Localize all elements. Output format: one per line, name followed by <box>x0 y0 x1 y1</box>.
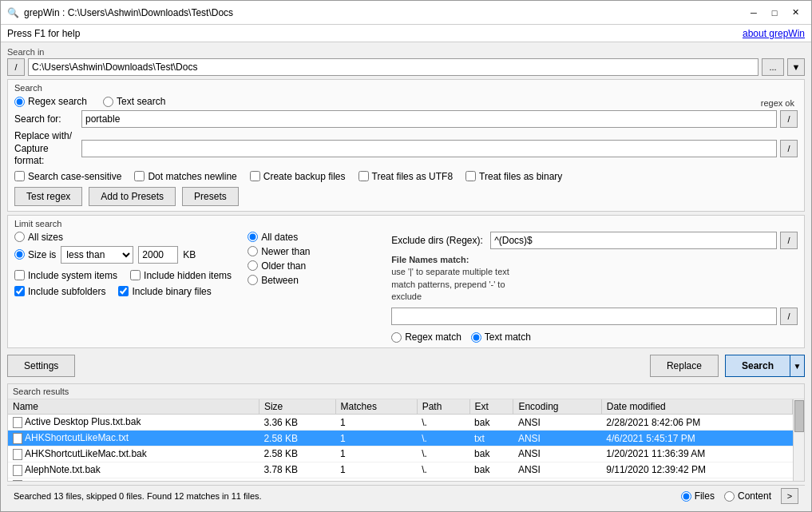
include-binary-label[interactable]: Include binary files <box>118 286 211 297</box>
search-slash-btn[interactable]: / <box>780 110 798 128</box>
search-for-label: Search for: <box>14 113 78 125</box>
col-encoding[interactable]: Encoding <box>513 399 601 415</box>
utf8-label[interactable]: Treat files as UTF8 <box>358 171 454 182</box>
bottom-buttons: Settings Replace Search ▼ <box>7 351 805 380</box>
all-dates-radio[interactable] <box>248 232 258 242</box>
size-is-label[interactable]: Size is <box>14 249 56 260</box>
table-row[interactable]: AHKShortcutLikeMac.txt 2.58 KB 1 \. txt … <box>8 431 793 447</box>
cell-date: 9/11/2020 12:39:42 PM <box>601 462 792 478</box>
dot-newline-checkbox[interactable] <box>134 171 145 181</box>
about-link[interactable]: about grepWin <box>743 28 805 39</box>
cell-ext: bak <box>469 462 513 478</box>
table-scroll[interactable]: Name Size Matches Path Ext Encoding Date… <box>8 399 793 481</box>
slash-button[interactable]: / <box>7 58 25 76</box>
cell-name: Active Desktop Plus.txt <box>8 478 259 481</box>
older-than-label[interactable]: Older than <box>248 260 375 272</box>
all-dates-label[interactable]: All dates <box>248 232 375 243</box>
utf8-checkbox[interactable] <box>358 171 369 181</box>
replace-button[interactable]: Replace <box>650 355 719 377</box>
backup-files-checkbox[interactable] <box>250 171 260 181</box>
include-hidden-checkbox[interactable] <box>130 270 141 280</box>
search-for-input[interactable] <box>81 110 777 128</box>
text-match-radio[interactable] <box>471 332 481 343</box>
regex-radio[interactable] <box>14 97 25 107</box>
file-names-slash-btn[interactable]: / <box>780 308 798 325</box>
size-select[interactable]: less than greater than equal to <box>61 246 133 264</box>
regex-radio-label[interactable]: Regex search <box>14 96 87 107</box>
scrollbar-thumb[interactable] <box>794 400 804 432</box>
newer-than-radio[interactable] <box>248 246 258 256</box>
limit-title: Limit search <box>14 219 798 228</box>
results-title: Search results <box>8 384 804 399</box>
col-date[interactable]: Date modified <box>601 399 792 415</box>
text-radio[interactable] <box>103 97 113 107</box>
search-section-title: Search <box>14 83 798 93</box>
newer-than-label[interactable]: Newer than <box>248 246 375 257</box>
between-radio[interactable] <box>248 275 258 285</box>
table-row[interactable]: AHKShortcutLikeMac.txt.bak 2.58 KB 1 \. … <box>8 447 793 462</box>
case-sensitive-label[interactable]: Search case-sensitive <box>14 171 121 182</box>
file-icon <box>13 480 22 481</box>
regex-match-radio[interactable] <box>391 332 402 343</box>
include-hidden-label[interactable]: Include hidden items <box>130 270 232 281</box>
replace-slash-btn[interactable]: / <box>780 140 798 157</box>
maximize-button[interactable]: □ <box>765 5 784 21</box>
col-size[interactable]: Size <box>259 399 335 415</box>
backup-files-label[interactable]: Create backup files <box>250 171 346 182</box>
help-text: Press F1 for help <box>7 28 80 39</box>
exclude-dirs-input[interactable] <box>490 232 777 249</box>
close-button[interactable]: ✕ <box>786 5 805 21</box>
table-row[interactable]: AlephNote.txt.bak 3.78 KB 1 \. bak ANSI … <box>8 462 793 478</box>
table-row[interactable]: Active Desktop Plus.txt 3.38 KB 1 \. txt… <box>8 478 793 481</box>
include-system-checkbox[interactable] <box>14 270 25 280</box>
all-sizes-label[interactable]: All sizes <box>14 232 232 243</box>
table-row[interactable]: Active Desktop Plus.txt.bak 3.36 KB 1 \.… <box>8 415 793 431</box>
cell-name: Active Desktop Plus.txt.bak <box>8 415 259 431</box>
binary-checkbox[interactable] <box>465 171 476 181</box>
search-button[interactable]: Search <box>725 355 790 377</box>
cell-size: 3.38 KB <box>259 478 335 481</box>
older-than-radio[interactable] <box>248 260 258 271</box>
browse-button[interactable]: ... <box>762 58 784 76</box>
cell-size: 2.58 KB <box>259 447 335 462</box>
files-radio[interactable] <box>681 491 691 502</box>
cell-encoding: ANSI <box>513 462 601 478</box>
search-path-input[interactable] <box>28 58 759 76</box>
include-binary-checkbox[interactable] <box>118 286 129 296</box>
file-names-label: File Names match: <box>391 255 469 264</box>
case-sensitive-checkbox[interactable] <box>14 171 25 181</box>
col-name[interactable]: Name <box>8 399 259 415</box>
replace-input[interactable] <box>81 140 777 157</box>
file-names-input[interactable] <box>391 308 777 325</box>
search-dropdown-button[interactable]: ▼ <box>790 355 805 377</box>
regex-match-label[interactable]: Regex match <box>391 331 461 343</box>
all-sizes-radio[interactable] <box>14 232 25 242</box>
test-regex-button[interactable]: Test regex <box>14 187 82 206</box>
col-path[interactable]: Path <box>417 399 469 415</box>
between-label[interactable]: Between <box>248 275 375 286</box>
text-radio-label[interactable]: Text search <box>103 96 165 107</box>
size-value-input[interactable] <box>138 246 178 264</box>
content-radio-label[interactable]: Content <box>724 490 771 502</box>
minimize-button[interactable]: ─ <box>744 5 763 21</box>
path-dropdown-button[interactable]: ▼ <box>787 58 805 76</box>
size-is-radio[interactable] <box>14 249 25 260</box>
include-subfolders-label[interactable]: Include subfolders <box>14 286 105 297</box>
include-subfolders-checkbox[interactable] <box>14 286 25 296</box>
presets-button[interactable]: Presets <box>182 187 239 206</box>
exclude-slash-btn[interactable]: / <box>780 232 798 249</box>
col-ext[interactable]: Ext <box>469 399 513 415</box>
dot-newline-label[interactable]: Dot matches newline <box>134 171 236 182</box>
content-radio[interactable] <box>724 491 735 502</box>
include-system-label[interactable]: Include system items <box>14 270 117 281</box>
files-radio-label[interactable]: Files <box>681 490 715 502</box>
files-content-row: Files Content > <box>681 488 798 504</box>
cell-path: \. <box>417 447 469 462</box>
next-button[interactable]: > <box>781 488 798 504</box>
col-matches[interactable]: Matches <box>335 399 417 415</box>
binary-label[interactable]: Treat files as binary <box>465 171 562 182</box>
settings-button[interactable]: Settings <box>7 355 75 377</box>
add-presets-button[interactable]: Add to Presets <box>89 187 176 206</box>
scrollbar[interactable] <box>793 399 804 481</box>
text-match-label[interactable]: Text match <box>471 331 531 343</box>
